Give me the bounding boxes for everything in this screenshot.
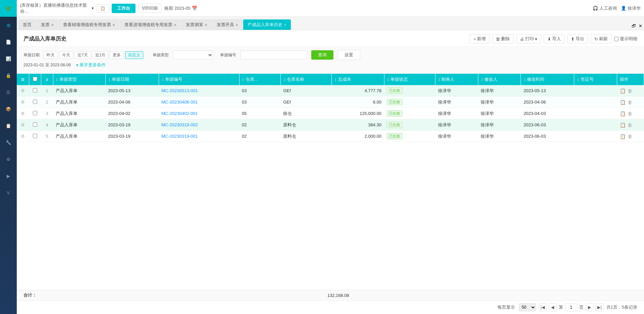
app-logo[interactable]: 🌿 (0, 0, 17, 17)
refresh-button[interactable]: ↻ 刷新 (591, 34, 611, 44)
company-selector[interactable]: (库存核算）直播轻拂通信息技术股份... ▾ (20, 2, 94, 14)
restore-window-button[interactable]: 🗗 (632, 23, 636, 28)
show-detail-label[interactable]: 显示明细 (614, 36, 637, 42)
row-checkbox[interactable] (33, 134, 37, 138)
row-doc-num[interactable]: MC-20230406-001 (159, 97, 239, 108)
sidebar-item-box[interactable]: 📦 (0, 101, 17, 117)
sidebar-item-lock[interactable]: 🔒 (0, 67, 17, 84)
sidebar-item-chart[interactable]: 📊 (0, 50, 17, 67)
tab-invoice-calc-close[interactable]: ✕ (205, 23, 207, 27)
row-delete-icon[interactable]: 🗑 (628, 134, 632, 139)
next-page-btn[interactable]: ▶ (586, 303, 594, 311)
row-checkbox-cell[interactable] (29, 108, 41, 119)
voucher-col-header[interactable]: ↕ 凭证号 (574, 74, 617, 85)
row-settings-icon[interactable]: ⚙ (17, 85, 29, 97)
page-num-input[interactable] (565, 303, 577, 311)
row-doc-num[interactable]: MC-20230319-002 (159, 119, 239, 131)
tab-invoice-issue-close[interactable]: ✕ (235, 23, 238, 27)
row-delete-icon[interactable]: 🗑 (628, 88, 632, 93)
row-delete-icon[interactable]: 🗑 (628, 111, 632, 116)
row-doc-num[interactable]: MC-20230319-001 (159, 131, 239, 142)
row-edit-icon[interactable]: 📋 (620, 134, 626, 139)
switch-old-button[interactable]: 切到旧版 (138, 4, 162, 13)
row-delete-icon[interactable]: 🗑 (628, 122, 632, 128)
row-settings-icon[interactable]: ⚙ (17, 97, 29, 108)
sidebar-item-inventory[interactable]: 📋 (0, 117, 17, 134)
last-page-btn[interactable]: ▶| (596, 303, 604, 311)
modtime-col-header[interactable]: ↕ 修改时间 (521, 74, 574, 85)
date-col-header[interactable]: ↕ 单据日期 (105, 74, 159, 85)
custom-btn[interactable]: 自定义 (125, 51, 143, 59)
wcode-col-header[interactable]: ↕ 仓库... (239, 74, 280, 85)
tab-input-vat[interactable]: 查看进项增值税专用发票 ✕ (120, 19, 181, 30)
row-edit-icon[interactable]: 📋 (620, 88, 626, 93)
row-doc-num[interactable]: MC-20230402-001 (159, 108, 239, 119)
yesterday-btn[interactable]: 昨天 (44, 51, 58, 59)
row-settings-icon[interactable]: ⚙ (17, 108, 29, 119)
sidebar-item-tool[interactable]: 🔧 (0, 134, 17, 151)
prev-page-btn[interactable]: ◀ (549, 303, 557, 311)
row-doc-num-link[interactable]: MC-20230319-002 (161, 122, 198, 127)
creator-col-header[interactable]: ↕ 制单人 (435, 74, 478, 85)
docnum-col-header[interactable]: ↕ 单据编号 (159, 74, 239, 85)
search-button[interactable]: 查询 (311, 50, 333, 60)
sidebar-item-list[interactable]: ☰ (0, 84, 17, 101)
row-settings-icon[interactable]: ⚙ (17, 131, 29, 142)
tab-output-vat[interactable]: 查看销项增值税专用发票 ✕ (59, 19, 119, 30)
cost-col-header[interactable]: ↕ 总成本 (332, 74, 384, 85)
sidebar-item-settings[interactable]: ⚙ (0, 151, 17, 168)
row-checkbox-cell[interactable] (29, 97, 41, 108)
sidebar-item-play[interactable]: ▶ (0, 168, 17, 184)
last7days-btn[interactable]: 近7天 (74, 51, 91, 59)
row-doc-num[interactable]: MC-20230513-001 (159, 85, 239, 97)
import-button[interactable]: ⬇ 导入 (544, 34, 565, 44)
row-edit-icon[interactable]: 📋 (620, 111, 626, 116)
settings-col-header[interactable]: ⚙ (17, 74, 29, 85)
row-checkbox[interactable] (33, 111, 37, 115)
tab-invoice-close[interactable]: ✕ (51, 23, 54, 27)
user-service[interactable]: 🎧 人工咨询 (593, 5, 617, 11)
tab-invoice[interactable]: 发票 ✕ (37, 19, 58, 30)
row-doc-num-link[interactable]: MC-20230406-001 (161, 100, 198, 105)
first-page-btn[interactable]: |◀ (539, 303, 547, 311)
sidebar-item-doc[interactable]: 📄 (0, 34, 17, 50)
tab-output-vat-close[interactable]: ✕ (112, 23, 115, 27)
select-all-checkbox[interactable] (33, 77, 37, 81)
delete-button[interactable]: 🗑 删除 (492, 34, 514, 44)
row-edit-icon[interactable]: 📋 (620, 122, 626, 128)
page-size-select[interactable]: 20 50 100 (519, 303, 536, 311)
row-checkbox[interactable] (33, 100, 37, 104)
modifier-col-header[interactable]: ↕ 修改人 (478, 74, 521, 85)
row-checkbox-cell[interactable] (29, 119, 41, 131)
row-checkbox[interactable] (33, 122, 37, 127)
status-col-header[interactable]: ↕ 单据状态 (384, 74, 435, 85)
tab-input-vat-close[interactable]: ✕ (174, 23, 176, 27)
new-button[interactable]: + 新增 (470, 34, 489, 44)
tab-home[interactable]: 首页 (18, 19, 36, 30)
print-button[interactable]: 🖨 打印 ▾ (516, 34, 541, 44)
expand-more-btn[interactable]: ▾ 展开更多条件 (75, 61, 107, 69)
row-checkbox-cell[interactable] (29, 85, 41, 97)
row-edit-icon[interactable]: 📋 (620, 100, 626, 105)
row-doc-num-link[interactable]: MC-20230319-001 (161, 134, 198, 139)
more-btn[interactable]: 更多 (110, 51, 124, 59)
close-window-button[interactable]: ✕ (639, 23, 642, 28)
row-settings-icon[interactable]: ⚙ (17, 119, 29, 131)
type-col-header[interactable]: ↕ 单据类型 (53, 74, 105, 85)
last1month-btn[interactable]: 近1月 (92, 51, 109, 59)
row-doc-num-link[interactable]: MC-20230402-001 (161, 111, 198, 116)
row-doc-num-link[interactable]: MC-20230513-001 (161, 88, 198, 93)
type-select[interactable] (173, 51, 213, 59)
checkbox-col-header[interactable] (29, 74, 41, 85)
copy-button[interactable]: 📋 (97, 4, 109, 12)
tab-invoice-issue[interactable]: 发票开具 ✕ (212, 19, 243, 30)
tab-product-history-close[interactable]: ✕ (284, 23, 286, 27)
tab-invoice-calc[interactable]: 发票测算 ✕ (181, 19, 212, 30)
row-delete-icon[interactable]: 🗑 (628, 100, 632, 105)
workbench-button[interactable]: 工作台 (112, 4, 136, 13)
sidebar-item-v[interactable]: V (0, 184, 17, 201)
show-detail-checkbox[interactable] (614, 37, 619, 41)
export-button[interactable]: ⬆ 导出 (567, 34, 588, 44)
setting-button[interactable]: 设置 (337, 50, 360, 60)
tab-product-history[interactable]: 产成品入库单历史 ✕ (243, 19, 291, 30)
